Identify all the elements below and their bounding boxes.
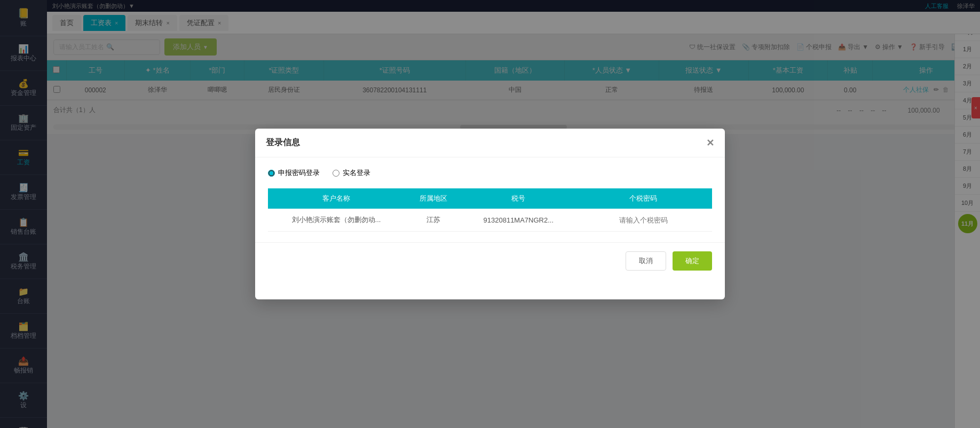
modal-header: 登录信息 ✕ [255,129,725,157]
radio-password-input[interactable] [268,170,275,177]
radio-realname-input[interactable] [333,170,339,177]
modal-table-row: 刘小艳演示账套（勿删勿动... 江苏 91320811MA7NGR2... [268,209,712,232]
modal-col-password: 个税密码 [575,188,712,209]
modal-row-password[interactable] [575,209,712,232]
modal-overlay: 登录信息 ✕ 申报密码登录 实名登录 客户名称 所属地区 [0,0,980,428]
modal-cancel-button[interactable]: 取消 [626,251,666,271]
modal-row-tax-no: 91320811MA7NGR2... [462,209,574,232]
tax-password-input[interactable] [583,216,704,224]
radio-group: 申报密码登录 实名登录 [268,168,712,178]
modal-login-table: 客户名称 所属地区 税号 个税密码 刘小艳演示账套（勿删勿动... 江苏 913… [268,188,712,232]
modal-footer: 取消 确定 [255,242,725,279]
modal-col-tax-no: 税号 [462,188,574,209]
modal-row-region: 江苏 [405,209,462,232]
modal-col-region: 所属地区 [405,188,462,209]
modal-confirm-button[interactable]: 确定 [673,251,712,271]
modal-title: 登录信息 [266,137,300,148]
radio-password-login[interactable]: 申报密码登录 [268,168,320,178]
modal-close-icon[interactable]: ✕ [706,138,714,148]
radio-realname-login[interactable]: 实名登录 [333,168,370,178]
modal-col-name: 客户名称 [268,188,405,209]
login-info-modal: 登录信息 ✕ 申报密码登录 实名登录 客户名称 所属地区 [255,129,725,299]
modal-row-name: 刘小艳演示账套（勿删勿动... [268,209,405,232]
modal-body: 申报密码登录 实名登录 客户名称 所属地区 税号 个税密码 [255,157,725,242]
